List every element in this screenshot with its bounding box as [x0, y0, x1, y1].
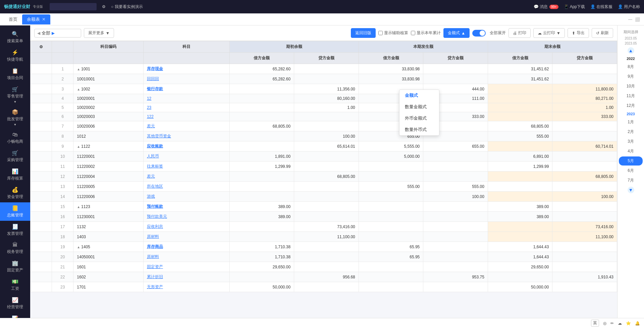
cell-opening-debit	[229, 84, 294, 94]
cell-opening-debit: 1,299.99	[229, 161, 294, 172]
date-month-feb[interactable]: 2月	[619, 127, 643, 136]
user-avatar[interactable]: 👤 用户名称	[618, 4, 640, 10]
date-month-may[interactable]: 5月	[619, 156, 643, 166]
demo-link[interactable]: ○ 我要看实例演示	[111, 4, 143, 10]
minimize-icon[interactable]: —	[628, 17, 632, 22]
dropdown-item-amount[interactable]: 金额式	[399, 90, 439, 101]
subject-link[interactable]: 累计折旧	[147, 274, 163, 279]
tab-close-icon[interactable]: ✕	[42, 17, 46, 22]
bottom-icon-lang[interactable]: 英	[591, 320, 599, 327]
subject-link[interactable]: 银行存款	[147, 86, 163, 91]
subject-link[interactable]: 所在地区	[147, 184, 163, 189]
sidebar-item-assets[interactable]: 🏢 固定资产	[0, 257, 30, 276]
sidebar-item-ecommerce[interactable]: 🛍 小畅电商	[0, 129, 30, 147]
date-prev-btn[interactable]: ▲	[628, 47, 634, 54]
subject-link[interactable]: 差元	[147, 124, 155, 128]
date-month-jul[interactable]: 7月	[619, 176, 643, 185]
date-month-jun[interactable]: 6月	[619, 166, 643, 175]
export-button[interactable]: ⬆ 导出	[568, 28, 589, 38]
subject-link[interactable]: 122	[147, 114, 154, 119]
sidebar-item-finance[interactable]: 💰 资金管理	[0, 184, 30, 202]
print-button[interactable]: 🖨 打印	[508, 28, 531, 38]
subject-link[interactable]: 游戏	[147, 194, 155, 199]
sidebar-item-salary[interactable]: 💵 工资	[0, 276, 30, 294]
date-panel-range: 2023.05	[618, 36, 644, 41]
subject-link[interactable]: 差元	[147, 174, 155, 179]
table-row: 10 11220001 人民币 1,891.00 5,000.00 6,891.…	[31, 151, 617, 161]
sidebar-item-management[interactable]: 📈 经营管理	[0, 294, 30, 313]
subject-link[interactable]: 回回回	[147, 76, 159, 81]
bottom-icon-edit[interactable]: ✏	[610, 321, 614, 326]
subject-link[interactable]: 预付账款	[147, 204, 163, 209]
message-badge: 99+	[549, 5, 558, 9]
subject-link[interactable]: 其他货币资金	[147, 134, 171, 138]
subject-link[interactable]: 12	[147, 96, 151, 101]
message-button[interactable]: 💬 消息 99+	[534, 4, 558, 10]
main-layout: 🔍 搜索菜单 ⚡ 快捷导航 📋 项目合同 🛒 零售管理 ▼ 📦 批发管理 ▼ 🛍…	[0, 25, 644, 318]
bottom-icon-cloud[interactable]: ☁	[618, 321, 622, 326]
expand-more-button[interactable]: 展开更多 ▼	[84, 28, 114, 38]
app-edition: 专业版	[33, 4, 43, 9]
sidebar-item-tax[interactable]: 🏛 税务管理	[0, 239, 30, 257]
subject-link[interactable]: 预付款美元	[147, 214, 167, 219]
return-old-button[interactable]: 返回旧版	[351, 28, 376, 38]
bottom-icon-star[interactable]: ⭐	[626, 321, 631, 326]
amount-mode-button[interactable]: 金额式 ▲	[443, 28, 470, 38]
dropdown-item-quantity-foreign[interactable]: 数量外币式	[399, 124, 439, 135]
show-year-total-checkbox[interactable]: 显示本年累计	[411, 30, 441, 36]
sidebar-item-purchase[interactable]: 🛒 采购管理	[0, 147, 30, 166]
sidebar-item-expense[interactable]: 📝 小畅报销	[0, 313, 30, 318]
online-service-button[interactable]: 👤 在线客服	[590, 4, 612, 10]
cell-closing-credit: 68,805.00	[552, 172, 617, 182]
top-search-input[interactable]	[50, 3, 97, 10]
date-month-mar[interactable]: 3月	[619, 137, 643, 146]
date-next-btn[interactable]: ▼	[628, 187, 634, 193]
date-month-oct[interactable]: 10月	[619, 82, 643, 91]
sidebar-item-search[interactable]: 🔍 搜索菜单	[0, 28, 30, 47]
subject-link[interactable]: 库存现金	[147, 66, 163, 71]
search-right-icon[interactable]: ▶	[52, 31, 55, 36]
bottom-icon-target[interactable]: ◎	[603, 321, 606, 326]
sidebar-item-wholesale[interactable]: 📦 批发管理 ▼	[0, 106, 30, 129]
subject-link[interactable]: 原材料	[147, 234, 159, 239]
date-month-sep[interactable]: 9月	[619, 72, 643, 81]
sidebar-item-project[interactable]: 📋 项目合同	[0, 65, 30, 83]
cloud-print-button[interactable]: ☁ 云打印 ▼	[533, 28, 565, 38]
sidebar-item-quick-nav[interactable]: ⚡ 快捷导航	[0, 47, 30, 65]
tab-home[interactable]: 首页	[4, 14, 22, 24]
expand-all-toggle[interactable]	[472, 30, 486, 37]
app-download-button[interactable]: 📱 App下载	[564, 4, 585, 10]
cell-closing-debit: 389.00	[488, 202, 552, 212]
subject-link[interactable]: 原材料	[147, 254, 159, 259]
tax-icon: 🏛	[12, 242, 18, 248]
date-month-aug[interactable]: 8月	[619, 62, 643, 71]
show-auxiliary-checkbox[interactable]: 显示辅助核算	[378, 30, 408, 36]
subject-link[interactable]: 应收账款	[147, 144, 163, 148]
subject-link[interactable]: 无形资产	[147, 284, 163, 289]
sidebar-item-retail[interactable]: 🛒 零售管理 ▼	[0, 83, 30, 106]
cell-no: 15	[52, 202, 73, 212]
sidebar-item-ledger[interactable]: 📒 总账管理	[0, 202, 30, 221]
subject-link[interactable]: 23	[147, 105, 151, 110]
cell-closing-debit	[488, 232, 552, 242]
bottom-icon-bell[interactable]: 🔔	[635, 321, 640, 326]
cell-current-debit	[359, 282, 423, 292]
dropdown-item-quantity-amount[interactable]: 数量金额式	[399, 101, 439, 113]
tab-balance[interactable]: 余额表 ✕	[22, 14, 50, 24]
sidebar-item-inventory[interactable]: 📊 库存核算	[0, 166, 30, 184]
date-month-nov[interactable]: 11月	[619, 91, 643, 101]
subject-link[interactable]: 应收利息	[147, 224, 163, 229]
subject-link[interactable]: 库存商品	[147, 244, 163, 249]
refresh-button[interactable]: ↺ 刷新	[592, 28, 613, 38]
dropdown-item-foreign-amount[interactable]: 外币金额式	[399, 113, 439, 124]
settings-icon[interactable]: ⚙	[102, 4, 106, 9]
date-month-jan[interactable]: 1月	[619, 118, 643, 127]
date-month-apr[interactable]: 4月	[619, 147, 643, 156]
sidebar-item-invoice[interactable]: 🧾 发票管理	[0, 221, 30, 239]
subject-link[interactable]: 往来标签	[147, 164, 163, 169]
subject-link[interactable]: 人民币	[147, 154, 159, 158]
subject-link[interactable]: 固定资产	[147, 264, 163, 269]
date-month-dec[interactable]: 12月	[619, 101, 643, 110]
maximize-icon[interactable]: ⬜	[635, 17, 640, 22]
col-header-setting[interactable]: ⚙	[31, 41, 52, 53]
